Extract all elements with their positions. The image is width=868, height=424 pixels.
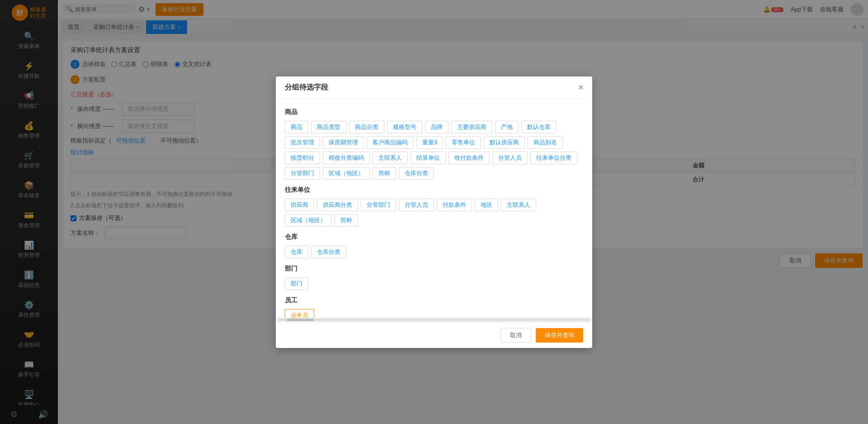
field-tag[interactable]: 往来单位分类 — [530, 152, 577, 164]
field-grid-product: 商品 商品类型 商品分类 规格型号 品牌 主要供应商 产地 默认仓库 批次管理 … — [285, 121, 583, 180]
field-tag[interactable]: 商品分类 — [349, 121, 384, 133]
field-tag-employee[interactable]: 业务员 — [285, 309, 314, 318]
field-tag[interactable]: 区域（地区） — [323, 167, 370, 180]
field-tag[interactable]: 主联系人 — [373, 152, 408, 164]
field-tag[interactable]: 地区 — [475, 199, 498, 211]
field-tag[interactable]: 供应商 — [285, 199, 314, 211]
field-tag[interactable]: 供应商分类 — [317, 199, 358, 211]
field-select-modal: 分组待选字段 × 商品 商品 商品类型 商品分类 规格型号 品牌 主要供应商 产… — [276, 76, 592, 348]
field-tag[interactable]: 品牌 — [425, 121, 448, 133]
field-tag[interactable]: 分管人员 — [492, 152, 528, 164]
field-tag[interactable]: 主联系人 — [501, 199, 536, 211]
field-tag[interactable]: 分管人员 — [399, 199, 434, 211]
section-title-employee: 员工 — [285, 296, 583, 305]
section-title-warehouse: 仓库 — [285, 233, 583, 241]
field-tag[interactable]: 客户商品编码 — [367, 136, 414, 149]
field-tag[interactable]: 商品类型 — [311, 121, 346, 133]
field-tag[interactable]: 商品 — [285, 121, 308, 133]
field-tag[interactable]: 收付款条件 — [448, 152, 490, 164]
modal-close-button[interactable]: × — [578, 83, 583, 92]
field-tag[interactable]: 默认仓库 — [521, 121, 557, 133]
modal-cancel-button[interactable]: 取消 — [500, 328, 531, 343]
field-tag[interactable]: 结算单位 — [410, 152, 446, 164]
h-scroll-thumb[interactable] — [287, 319, 314, 321]
field-tag[interactable]: 税收分类编码 — [323, 152, 370, 164]
modal-header: 分组待选字段 × — [276, 76, 592, 99]
field-tag[interactable]: 简称 — [373, 167, 396, 180]
section-title-product: 商品 — [285, 108, 583, 116]
section-title-counterpart: 往来单位 — [285, 186, 583, 194]
section-title-department: 部门 — [285, 265, 583, 273]
modal-save-button[interactable]: 保存并查询 — [536, 328, 583, 343]
field-tag[interactable]: 区域（地区） — [285, 214, 332, 227]
field-tag[interactable]: 拣货积分 — [285, 152, 320, 164]
field-tag[interactable]: 仓库分类 — [311, 246, 346, 258]
field-tag[interactable]: 付款条件 — [437, 199, 472, 211]
field-tag[interactable]: 仓库 — [285, 246, 308, 258]
h-scroll-track — [278, 319, 590, 321]
field-tag[interactable]: 部门 — [285, 277, 308, 290]
field-tag[interactable]: 默认供应商 — [484, 136, 525, 149]
field-grid-warehouse: 仓库 仓库分类 — [285, 246, 583, 258]
field-tag[interactable]: 产地 — [495, 121, 519, 133]
field-tag[interactable]: 分管部门 — [285, 167, 320, 180]
modal-footer: 取消 保存并查询 — [276, 322, 592, 348]
field-grid-counterpart: 供应商 供应商分类 分管部门 分管人员 付款条件 地区 主联系人 区域（地区） … — [285, 199, 583, 227]
field-tag[interactable]: 保质期管理 — [323, 136, 364, 149]
field-tag[interactable]: 分管部门 — [361, 199, 396, 211]
field-tag[interactable]: 商品别名 — [528, 136, 563, 149]
field-tag[interactable]: 简称 — [335, 214, 358, 227]
field-grid-employee: 业务员 — [285, 309, 583, 318]
field-tag[interactable]: 重量3 — [416, 136, 443, 149]
field-tag[interactable]: 批次管理 — [285, 136, 320, 149]
modal-body: 商品 商品 商品类型 商品分类 规格型号 品牌 主要供应商 产地 默认仓库 批次… — [276, 99, 592, 318]
modal-hscrollbar[interactable] — [276, 318, 592, 322]
field-tag[interactable]: 规格型号 — [387, 121, 422, 133]
field-tag[interactable]: 主要供应商 — [451, 121, 492, 133]
field-tag[interactable]: 零售单位 — [446, 136, 481, 149]
field-grid-department: 部门 — [285, 277, 583, 290]
modal-title: 分组待选字段 — [285, 83, 328, 92]
field-tag[interactable]: 仓库分类 — [399, 167, 434, 180]
